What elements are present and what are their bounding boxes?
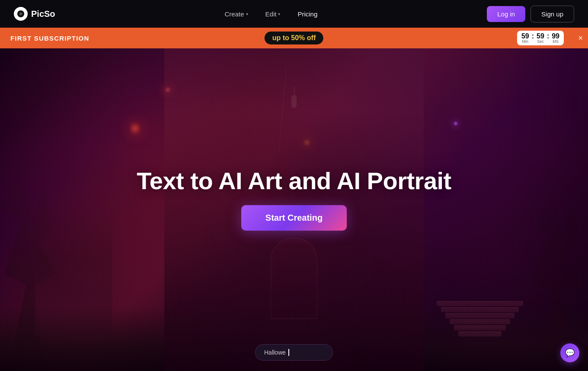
timer-ms-label: MS <box>553 40 559 44</box>
search-cursor <box>288 349 289 356</box>
nav-buttons: Log in Sign up <box>487 6 574 22</box>
search-value: Hallowe <box>264 349 286 356</box>
promo-text: FIRST SUBSCRIPTION <box>10 35 89 42</box>
timer-colon-2: : <box>547 32 549 44</box>
timer-minutes: 59 Min <box>521 32 529 44</box>
chat-widget-button[interactable]: 💬 <box>560 343 579 362</box>
countdown-timer: 59 Min : 59 Sec : 99 MS <box>517 31 564 46</box>
promo-badge-text: up to 50% off <box>272 34 316 41</box>
logo-text: PicSo <box>31 9 55 19</box>
signup-button[interactable]: Sign up <box>530 6 574 22</box>
edit-label: Edit <box>265 10 277 18</box>
edit-menu[interactable]: Edit ▾ <box>259 7 288 21</box>
start-creating-button[interactable]: Start Creating <box>241 205 347 231</box>
logo-icon <box>14 7 28 21</box>
chat-icon: 💬 <box>565 348 575 358</box>
timer-seconds-label: Sec <box>537 40 544 44</box>
navbar: PicSo Create ▾ Edit ▾ Pricing Log in Sig… <box>0 0 588 28</box>
timer-minutes-value: 59 <box>521 32 529 40</box>
hero-title: Text to AI Art and AI Portrait <box>137 167 451 195</box>
logo[interactable]: PicSo <box>14 7 55 21</box>
create-chevron-icon: ▾ <box>246 12 248 16</box>
promo-badge-highlight: 50% off <box>291 34 316 41</box>
timer-ms-value: 99 <box>552 32 559 40</box>
promo-banner: FIRST SUBSCRIPTION up to 50% off 59 Min … <box>0 28 588 48</box>
login-button[interactable]: Log in <box>487 6 525 22</box>
timer-seconds: 59 Sec <box>537 32 544 44</box>
edit-chevron-icon: ▾ <box>278 12 280 16</box>
logo-svg <box>16 10 25 18</box>
promo-badge[interactable]: up to 50% off <box>265 32 323 44</box>
bottom-search-bar[interactable]: Hallowe <box>255 344 333 361</box>
timer-minutes-label: Min <box>522 40 529 44</box>
svg-point-2 <box>20 13 22 15</box>
timer-colon-1: : <box>532 32 534 44</box>
timer-ms: 99 MS <box>552 32 559 44</box>
nav-links: Create ▾ Edit ▾ Pricing <box>218 7 325 21</box>
pricing-link[interactable]: Pricing <box>291 7 324 21</box>
hero-content: Text to AI Art and AI Portrait Start Cre… <box>137 167 451 231</box>
promo-close-button[interactable]: × <box>578 34 583 42</box>
timer-seconds-value: 59 <box>537 32 544 40</box>
promo-right: 59 Min : 59 Sec : 99 MS × <box>517 31 578 46</box>
hero-section: Text to AI Art and AI Portrait Start Cre… <box>0 0 588 371</box>
create-menu[interactable]: Create ▾ <box>218 7 255 21</box>
create-label: Create <box>225 10 244 18</box>
promo-badge-prefix: up to <box>272 34 291 41</box>
